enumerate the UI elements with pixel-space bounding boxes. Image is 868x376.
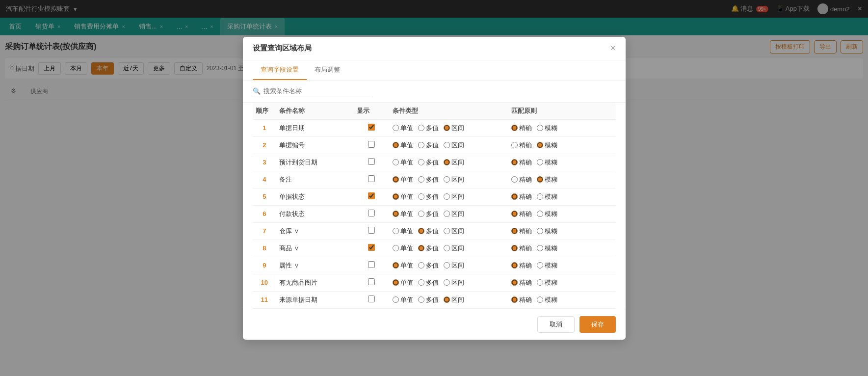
- match-radio-模糊-4[interactable]: [537, 193, 543, 200]
- match-radio-精确-9[interactable]: [511, 279, 518, 286]
- show-checkbox-6[interactable]: [368, 227, 375, 234]
- match-option-模糊-8[interactable]: 模糊: [537, 261, 557, 270]
- show-checkbox-9[interactable]: [368, 278, 375, 285]
- type-option-区间-8[interactable]: 区间: [444, 261, 464, 270]
- match-radio-精确-3[interactable]: [511, 176, 518, 183]
- type-option-区间-2[interactable]: 区间: [444, 158, 464, 167]
- type-radio-单值-10[interactable]: [393, 296, 399, 303]
- show-checkbox-4[interactable]: [368, 192, 375, 199]
- type-option-单值-4[interactable]: 单值: [393, 192, 413, 201]
- match-option-精确-3[interactable]: 精确: [511, 175, 532, 184]
- type-radio-多值-8[interactable]: [418, 262, 424, 269]
- match-option-模糊-9[interactable]: 模糊: [537, 278, 557, 287]
- match-option-精确-8[interactable]: 精确: [511, 261, 532, 270]
- type-radio-区间-7[interactable]: [444, 245, 450, 251]
- match-option-模糊-2[interactable]: 模糊: [537, 158, 557, 167]
- type-radio-区间-6[interactable]: [444, 228, 450, 234]
- type-option-多值-1[interactable]: 多值: [418, 141, 439, 150]
- match-option-精确-7[interactable]: 精确: [511, 244, 532, 253]
- type-radio-单值-6[interactable]: [393, 228, 399, 234]
- match-radio-精确-1[interactable]: [511, 142, 518, 148]
- match-radio-精确-7[interactable]: [511, 245, 518, 251]
- type-option-单值-9[interactable]: 单值: [393, 278, 413, 287]
- type-option-多值-6[interactable]: 多值: [418, 227, 439, 236]
- type-option-单值-6[interactable]: 单值: [393, 227, 413, 236]
- match-option-模糊-0[interactable]: 模糊: [537, 124, 557, 133]
- type-radio-区间-3[interactable]: [444, 176, 450, 183]
- type-radio-区间-9[interactable]: [444, 279, 450, 286]
- match-radio-精确-0[interactable]: [511, 125, 518, 131]
- type-radio-区间-8[interactable]: [444, 262, 450, 269]
- type-radio-多值-10[interactable]: [418, 296, 424, 303]
- match-radio-精确-6[interactable]: [511, 228, 518, 234]
- match-option-精确-5[interactable]: 精确: [511, 210, 532, 218]
- type-option-区间-6[interactable]: 区间: [444, 227, 464, 236]
- type-radio-多值-7[interactable]: [418, 245, 424, 251]
- type-option-多值-2[interactable]: 多值: [418, 158, 439, 167]
- match-option-精确-2[interactable]: 精确: [511, 158, 532, 167]
- type-radio-多值-0[interactable]: [418, 125, 424, 131]
- type-option-单值-8[interactable]: 单值: [393, 261, 413, 270]
- match-radio-模糊-8[interactable]: [537, 262, 543, 269]
- show-checkbox-10[interactable]: [368, 295, 375, 302]
- match-option-精确-10[interactable]: 精确: [511, 295, 532, 304]
- show-checkbox-0[interactable]: [368, 124, 375, 131]
- match-option-模糊-6[interactable]: 模糊: [537, 227, 557, 236]
- type-radio-单值-1[interactable]: [393, 142, 399, 148]
- type-option-区间-1[interactable]: 区间: [444, 141, 464, 150]
- type-option-单值-0[interactable]: 单值: [393, 124, 413, 133]
- type-option-区间-9[interactable]: 区间: [444, 278, 464, 287]
- match-option-模糊-5[interactable]: 模糊: [537, 210, 557, 218]
- match-option-精确-4[interactable]: 精确: [511, 192, 532, 201]
- type-radio-区间-5[interactable]: [444, 211, 450, 217]
- match-radio-精确-8[interactable]: [511, 262, 518, 269]
- cancel-button[interactable]: 取消: [537, 316, 575, 333]
- tab-layout-adjust[interactable]: 布局调整: [307, 60, 348, 80]
- match-option-模糊-1[interactable]: 模糊: [537, 141, 557, 150]
- match-radio-模糊-0[interactable]: [537, 125, 543, 131]
- type-radio-单值-0[interactable]: [393, 125, 399, 131]
- type-option-多值-9[interactable]: 多值: [418, 278, 439, 287]
- match-radio-模糊-5[interactable]: [537, 211, 543, 217]
- type-option-区间-7[interactable]: 区间: [444, 244, 464, 253]
- type-option-单值-7[interactable]: 单值: [393, 244, 413, 253]
- type-option-多值-5[interactable]: 多值: [418, 210, 439, 218]
- match-option-模糊-3[interactable]: 模糊: [537, 175, 557, 184]
- type-radio-多值-5[interactable]: [418, 211, 424, 217]
- type-radio-单值-7[interactable]: [393, 245, 399, 251]
- type-radio-单值-2[interactable]: [393, 159, 399, 165]
- type-option-区间-4[interactable]: 区间: [444, 192, 464, 201]
- type-option-单值-1[interactable]: 单值: [393, 141, 413, 150]
- match-radio-模糊-1[interactable]: [537, 142, 543, 148]
- show-checkbox-3[interactable]: [368, 175, 375, 182]
- type-radio-区间-0[interactable]: [444, 125, 450, 131]
- type-option-多值-8[interactable]: 多值: [418, 261, 439, 270]
- type-option-区间-0[interactable]: 区间: [444, 124, 464, 133]
- type-radio-区间-1[interactable]: [444, 142, 450, 148]
- type-radio-多值-2[interactable]: [418, 159, 424, 165]
- type-option-区间-3[interactable]: 区间: [444, 175, 464, 184]
- match-option-精确-6[interactable]: 精确: [511, 227, 532, 236]
- match-radio-精确-5[interactable]: [511, 211, 518, 217]
- type-radio-多值-3[interactable]: [418, 176, 424, 183]
- type-option-多值-4[interactable]: 多值: [418, 192, 439, 201]
- type-radio-多值-1[interactable]: [418, 142, 424, 148]
- match-option-精确-9[interactable]: 精确: [511, 278, 532, 287]
- match-radio-精确-4[interactable]: [511, 193, 518, 200]
- type-radio-单值-3[interactable]: [393, 176, 399, 183]
- match-radio-精确-2[interactable]: [511, 159, 518, 165]
- match-radio-模糊-10[interactable]: [537, 296, 543, 303]
- match-option-模糊-7[interactable]: 模糊: [537, 244, 557, 253]
- type-radio-多值-4[interactable]: [418, 193, 424, 200]
- match-radio-模糊-7[interactable]: [537, 245, 543, 251]
- match-radio-模糊-9[interactable]: [537, 279, 543, 286]
- show-checkbox-2[interactable]: [368, 158, 375, 165]
- match-option-模糊-10[interactable]: 模糊: [537, 295, 557, 304]
- show-checkbox-8[interactable]: [368, 261, 375, 268]
- tab-field-settings[interactable]: 查询字段设置: [253, 60, 307, 80]
- type-radio-区间-2[interactable]: [444, 159, 450, 165]
- type-option-区间-10[interactable]: 区间: [444, 295, 464, 304]
- type-radio-单值-8[interactable]: [393, 262, 399, 269]
- match-radio-模糊-6[interactable]: [537, 228, 543, 234]
- match-option-模糊-4[interactable]: 模糊: [537, 192, 557, 201]
